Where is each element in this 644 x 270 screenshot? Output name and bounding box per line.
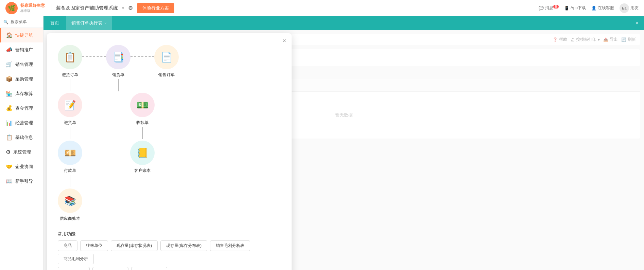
search-label: 搜索菜单 [11, 19, 27, 25]
app-download-label: App下载 [571, 5, 586, 11]
app-sub: 标准版 [20, 8, 45, 13]
sidebar-item-sales[interactable]: 🛒销售管理 [0, 57, 43, 72]
sidebar-label-guide: 新手引导 [15, 178, 33, 184]
user-menu[interactable]: Ea 用友 [620, 3, 639, 13]
sales-row: 📑 销货单 📄 [106, 45, 179, 78]
dropdown-icon[interactable]: ▾ [122, 6, 124, 11]
node-receipt[interactable]: 💵 收款单 [130, 93, 155, 126]
tab-label: 销售订单执行表 [71, 20, 102, 26]
common-functions: 常用功能 商品往来单位现存量(库存状况表)现存量(库存分布表)销售毛利分析表商品… [58, 231, 281, 270]
func-btn-0[interactable]: 商品 [58, 240, 77, 251]
h-dashed-sales [130, 56, 154, 57]
message-badge: 6 [553, 5, 559, 8]
sidebar-icon-marketing: 📣 [6, 47, 13, 53]
main-layout: 🔍 搜索菜单 🏠快捷导航📣营销推广🛒销售管理📦采购管理🏪库存核算💰资金管理📊经营… [0, 16, 644, 270]
app-name: 畅康通好生意 [20, 3, 45, 8]
v-arrow-r1 [118, 79, 119, 91]
func-buttons-row1: 商品往来单位现存量(库存状况表)现存量(库存分布表)销售毛利分析表商品毛利分析 [58, 240, 281, 264]
node-payment-label: 付款单 [64, 168, 76, 174]
node-payment[interactable]: 💴 付款单 [58, 141, 82, 174]
close-tab-icon[interactable]: × [104, 21, 106, 25]
sidebar-label-inventory: 库存核算 [15, 91, 33, 97]
sidebar-label-sales: 销售管理 [15, 61, 33, 68]
message-btn[interactable]: 💬 消息 6 [539, 5, 559, 11]
node-customer-account[interactable]: 📒 客户账本 [130, 141, 155, 174]
page-content: ❓ 帮助 🖨 按模板打印 ▾ 📤 导出 🔄 刷新 [43, 30, 644, 270]
sidebar-icon-operations: 📊 [6, 120, 13, 126]
sidebar-label-sys-mgmt: 系统管理 [13, 149, 31, 155]
sidebar-item-guide[interactable]: 📖新手引导 [0, 174, 43, 188]
user-avatar: Ea [620, 3, 629, 13]
sidebar: 🔍 搜索菜单 🏠快捷导航📣营销推广🛒销售管理📦采购管理🏪库存核算💰资金管理📊经营… [0, 16, 43, 270]
func-buttons-row2: 销售排行榜收款情况统计付款情况统计 [58, 267, 281, 270]
flow-diagram: 📋 进货订单 📝 [58, 41, 281, 228]
sidebar-icon-guide: 📖 [6, 178, 13, 184]
v-arrow-2 [70, 127, 70, 139]
sidebar-icon-finance: 💰 [6, 105, 13, 111]
common-title: 常用功能 [58, 231, 281, 237]
user-name: 用友 [630, 5, 639, 11]
node-sales-bill-label: 销货单 [112, 72, 124, 78]
sidebar-label-enterprise: 企业协同 [15, 164, 33, 170]
message-icon: 💬 [539, 6, 544, 11]
try-btn[interactable]: 体验行业方案 [137, 3, 174, 13]
node-sales-bill[interactable]: 📑 销货单 [106, 45, 130, 78]
node-purchase-bill[interactable]: 📝 进货单 [58, 93, 82, 126]
sidebar-item-basic-info[interactable]: 📋基础信息 [0, 130, 43, 145]
node-purchase-order[interactable]: 📋 进货订单 [58, 45, 82, 78]
sidebar-item-sys-mgmt[interactable]: ⚙系统管理 [0, 145, 43, 159]
sidebar-icon-sales: 🛒 [6, 61, 13, 68]
func-btn-5[interactable]: 商品毛利分析 [58, 254, 94, 264]
settings-icon[interactable]: ⚙ [128, 5, 133, 11]
sidebar-item-inventory[interactable]: 🏪库存核算 [0, 86, 43, 101]
online-service-btn[interactable]: 👤 在线客服 [591, 5, 614, 11]
node-customer-label: 客户账本 [134, 168, 151, 174]
h-arrow [82, 56, 106, 57]
sidebar-search[interactable]: 🔍 搜索菜单 [0, 16, 43, 28]
sidebar-label-operations: 经营管理 [15, 120, 33, 126]
sidebar-label-basic-info: 基础信息 [15, 134, 33, 141]
node-supplier-label: 供应商账本 [60, 216, 80, 221]
app-logo-icon: 🌿 [5, 2, 18, 14]
func-btn-1[interactable]: 往来单位 [80, 240, 108, 251]
sidebar-item-operations[interactable]: 📊经营管理 [0, 115, 43, 130]
node-purchase-bill-label: 进货单 [64, 120, 76, 126]
node-supplier-account[interactable]: 📚 供应商账本 [58, 188, 82, 221]
online-service-label: 在线客服 [598, 5, 614, 11]
search-icon: 🔍 [3, 20, 8, 24]
service-icon: 👤 [591, 6, 596, 11]
sidebar-label-quick-nav: 快捷导航 [15, 32, 33, 38]
v-arrow-1 [70, 79, 70, 91]
node-receipt-label: 收款单 [136, 120, 149, 126]
sidebar-icon-purchase: 📦 [6, 76, 13, 82]
message-label: 消息 [545, 5, 553, 11]
sidebar-icon-quick-nav: 🏠 [6, 32, 13, 38]
sidebar-icon-inventory: 🏪 [6, 90, 13, 97]
func-btn-2[interactable]: 现存量(库存状况表) [111, 240, 158, 251]
func-btn-3[interactable]: 现存量(库存分布表) [160, 240, 207, 251]
top-bar-right: 💬 消息 6 📱 App下载 👤 在线客服 Ea 用友 [539, 3, 639, 13]
node-sales-order[interactable]: 📄 销售订单 [154, 45, 179, 78]
close-all-tabs[interactable]: × [630, 20, 644, 26]
modal-close-btn[interactable]: × [282, 37, 286, 44]
node-sales-order-label: 销售订单 [158, 72, 175, 78]
app-download-btn[interactable]: 📱 App下载 [564, 5, 586, 11]
quick-nav-modal: × 📋 进货订单 [47, 33, 292, 270]
func-btn-4[interactable]: 销售毛利分析表 [210, 240, 250, 251]
func-btn-7[interactable]: 收款情况统计 [92, 267, 128, 270]
sidebar-label-purchase: 采购管理 [15, 76, 33, 82]
top-bar-left: 🌿 畅康通好生意 标准版 装备及固定资产辅助管理系统 ▾ ⚙ 体验行业方案 [5, 2, 174, 14]
sidebar-item-enterprise[interactable]: 🤝企业协同 [0, 159, 43, 174]
v-arrow-3 [70, 175, 70, 187]
tab-sales-order[interactable]: 销售订单执行表 × [66, 16, 112, 30]
func-btn-6[interactable]: 销售排行榜 [58, 267, 90, 270]
tab-home[interactable]: 首页 [43, 16, 66, 30]
sidebar-item-marketing[interactable]: 📣营销推广 [0, 42, 43, 57]
v-arrow-r2 [142, 127, 143, 139]
sidebar-item-finance[interactable]: 💰资金管理 [0, 101, 43, 115]
sidebar-item-purchase[interactable]: 📦采购管理 [0, 72, 43, 86]
left-flow-col: 📋 进货订单 📝 [58, 45, 82, 221]
func-btn-8[interactable]: 付款情况统计 [131, 267, 167, 270]
sidebar-icon-sys-mgmt: ⚙ [6, 149, 11, 155]
sidebar-item-quick-nav[interactable]: 🏠快捷导航 [0, 28, 43, 42]
